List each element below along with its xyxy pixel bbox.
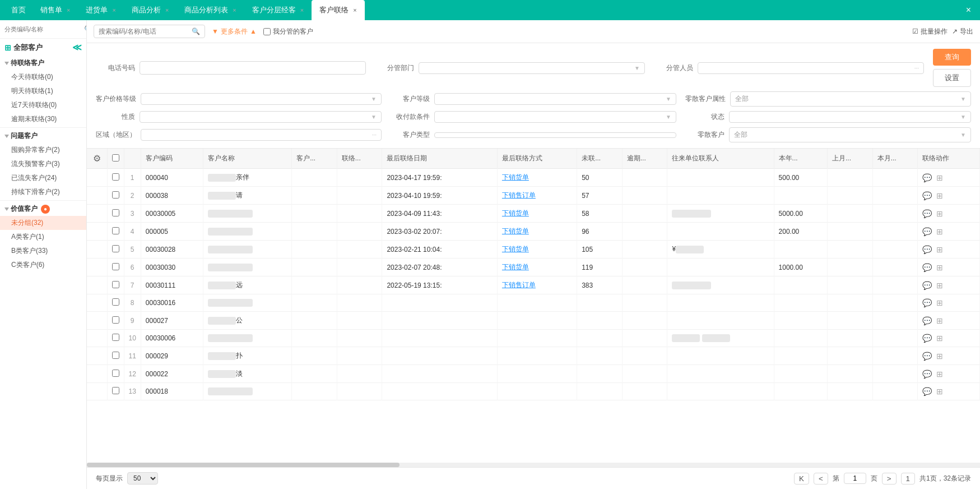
row-last-contact-method[interactable]: 下销售订单 bbox=[497, 187, 577, 205]
row-customer-name[interactable]: 扑 bbox=[203, 347, 292, 365]
my-customers-checkbox[interactable] bbox=[263, 28, 271, 35]
close-customer-contact-tab[interactable]: × bbox=[353, 7, 356, 13]
contact-method-link[interactable]: 下销售订单 bbox=[502, 281, 536, 289]
row-customer-name[interactable] bbox=[203, 205, 292, 223]
filter-price-level-select[interactable]: ▼ bbox=[141, 93, 382, 105]
message-action-icon[interactable]: 💬 bbox=[922, 245, 932, 254]
row-last-contact-method[interactable] bbox=[497, 347, 577, 365]
tab-customer-contact[interactable]: 客户联络 × bbox=[312, 0, 364, 20]
sidebar-item-class-a[interactable]: A类客户(1) bbox=[0, 230, 86, 244]
row-last-contact-method[interactable] bbox=[497, 294, 577, 312]
row-customer-name[interactable]: 远 bbox=[203, 276, 292, 294]
col-customer-type[interactable]: 客户... bbox=[292, 149, 337, 169]
contact-method-link[interactable]: 下销货单 bbox=[502, 173, 529, 181]
row-checkbox-cell[interactable] bbox=[107, 241, 124, 259]
row-customer-name[interactable]: 亲伴 bbox=[203, 169, 292, 187]
filter-nature-select[interactable]: ▼ bbox=[140, 111, 382, 123]
row-last-contact-method[interactable]: 下销货单 bbox=[497, 169, 577, 187]
filter-payment-select[interactable]: ▼ bbox=[434, 111, 676, 123]
close-sales-tab[interactable]: × bbox=[67, 7, 70, 13]
contact-method-link[interactable]: 下销货单 bbox=[502, 227, 529, 235]
col-last-contact-method[interactable]: 最后联络方式 bbox=[497, 149, 577, 169]
col-settings[interactable]: ⚙ bbox=[87, 149, 107, 169]
row-customer-name[interactable] bbox=[203, 383, 292, 400]
batch-operation-btn[interactable]: ☑ 批量操作 bbox=[912, 27, 948, 36]
row-last-contact-method[interactable]: 下销货单 bbox=[497, 223, 577, 241]
filter-retail-cust-select[interactable]: 全部 ▼ bbox=[729, 127, 971, 142]
query-button[interactable]: 查询 bbox=[933, 49, 971, 66]
grid-action-icon[interactable]: ⊞ bbox=[936, 298, 943, 307]
row-checkbox-cell[interactable] bbox=[107, 365, 124, 383]
row-checkbox-cell[interactable] bbox=[107, 187, 124, 205]
next-page-btn[interactable]: > bbox=[882, 473, 897, 485]
sidebar-item-class-b[interactable]: B类客户(33) bbox=[0, 244, 86, 258]
row-customer-name[interactable] bbox=[203, 241, 292, 259]
message-action-icon[interactable]: 💬 bbox=[922, 387, 932, 396]
message-action-icon[interactable]: 💬 bbox=[922, 316, 932, 325]
row-checkbox[interactable] bbox=[112, 173, 119, 181]
filter-region-select[interactable]: ··· bbox=[141, 129, 382, 141]
close-analysis-tab[interactable]: × bbox=[165, 7, 169, 13]
close-purchase-tab[interactable]: × bbox=[112, 7, 115, 13]
col-this-year[interactable]: 本年... bbox=[774, 149, 827, 169]
row-checkbox[interactable] bbox=[112, 352, 119, 359]
page-number-input[interactable] bbox=[844, 473, 866, 484]
row-customer-name[interactable] bbox=[203, 259, 292, 276]
row-last-contact-method[interactable] bbox=[497, 312, 577, 330]
row-checkbox-cell[interactable] bbox=[107, 294, 124, 312]
filter-phone-input[interactable] bbox=[140, 61, 366, 75]
filter-cust-type-select[interactable] bbox=[434, 132, 676, 138]
sidebar-item-7days[interactable]: 近7天待联络(0) bbox=[0, 98, 86, 112]
sidebar-item-abnormal[interactable]: 囤购异常客户(2) bbox=[0, 143, 86, 157]
close-analysis-list-tab[interactable]: × bbox=[233, 7, 236, 13]
row-checkbox[interactable] bbox=[112, 281, 119, 288]
close-all-button[interactable]: × bbox=[962, 5, 976, 15]
col-last-month[interactable]: 上月... bbox=[828, 149, 873, 169]
row-checkbox[interactable] bbox=[112, 370, 119, 377]
row-last-contact-method[interactable]: 下销货单 bbox=[497, 241, 577, 259]
row-checkbox-cell[interactable] bbox=[107, 383, 124, 400]
nav-home[interactable]: 首页 bbox=[4, 5, 32, 15]
first-page-btn[interactable]: K bbox=[794, 473, 809, 485]
horizontal-scrollbar[interactable] bbox=[87, 463, 980, 467]
filter-status-select[interactable]: ▼ bbox=[729, 111, 971, 123]
filter-search-icon[interactable]: 🔍 bbox=[192, 27, 200, 35]
per-page-select[interactable]: 50 100 bbox=[127, 472, 158, 485]
tab-sales[interactable]: 销售单 × bbox=[32, 0, 78, 20]
col-no-contact[interactable]: 未联... bbox=[577, 149, 623, 169]
message-action-icon[interactable]: 💬 bbox=[922, 191, 932, 200]
grid-action-icon[interactable]: ⊞ bbox=[936, 263, 943, 272]
collapse-sidebar-icon[interactable]: ≪ bbox=[72, 42, 82, 53]
col-customer-name[interactable]: 客户名称 bbox=[203, 149, 292, 169]
filter-cust-level-select[interactable]: ▼ bbox=[434, 93, 676, 105]
grid-action-icon[interactable]: ⊞ bbox=[936, 245, 943, 254]
tab-customer-seg[interactable]: 客户分层经客 × bbox=[244, 0, 312, 20]
message-action-icon[interactable]: 💬 bbox=[922, 263, 932, 272]
filter-more-btn[interactable]: ▼ 更多条件 ▲ bbox=[212, 27, 257, 36]
scrollbar-thumb[interactable] bbox=[87, 463, 400, 467]
row-customer-name[interactable]: 淡 bbox=[203, 365, 292, 383]
prev-page-btn[interactable]: < bbox=[814, 473, 828, 485]
sidebar-search-input[interactable] bbox=[4, 26, 82, 33]
filter-retail-attr-select[interactable]: 全部 ▼ bbox=[730, 91, 971, 107]
my-customers-filter[interactable]: 我分管的客户 bbox=[263, 27, 313, 36]
row-customer-name[interactable] bbox=[203, 294, 292, 312]
filter-search-input[interactable] bbox=[99, 27, 188, 35]
message-action-icon[interactable]: 💬 bbox=[922, 370, 932, 379]
row-checkbox[interactable] bbox=[112, 334, 119, 341]
grid-action-icon[interactable]: ⊞ bbox=[936, 209, 943, 218]
col-unit-contact[interactable]: 往来单位联系人 bbox=[667, 149, 774, 169]
sidebar-item-churn-warn[interactable]: 流失预警客户(3) bbox=[0, 157, 86, 171]
row-checkbox[interactable] bbox=[112, 227, 119, 234]
sidebar-item-churned[interactable]: 已流失客户(24) bbox=[0, 171, 86, 185]
tab-analysis-list[interactable]: 商品分析列表 × bbox=[177, 0, 244, 20]
grid-action-icon[interactable]: ⊞ bbox=[936, 281, 943, 290]
row-customer-name[interactable]: 请 bbox=[203, 187, 292, 205]
col-customer-code[interactable]: 客户编码 bbox=[141, 149, 203, 169]
tab-analysis[interactable]: 商品分析 × bbox=[124, 0, 177, 20]
message-action-icon[interactable]: 💬 bbox=[922, 281, 932, 290]
grid-action-icon[interactable]: ⊞ bbox=[936, 173, 943, 182]
sidebar-item-tomorrow[interactable]: 明天待联络(1) bbox=[0, 84, 86, 98]
sidebar-group-problem[interactable]: 问题客户 bbox=[0, 129, 86, 143]
col-last-contact-date[interactable]: 最后联络日期 bbox=[382, 149, 497, 169]
